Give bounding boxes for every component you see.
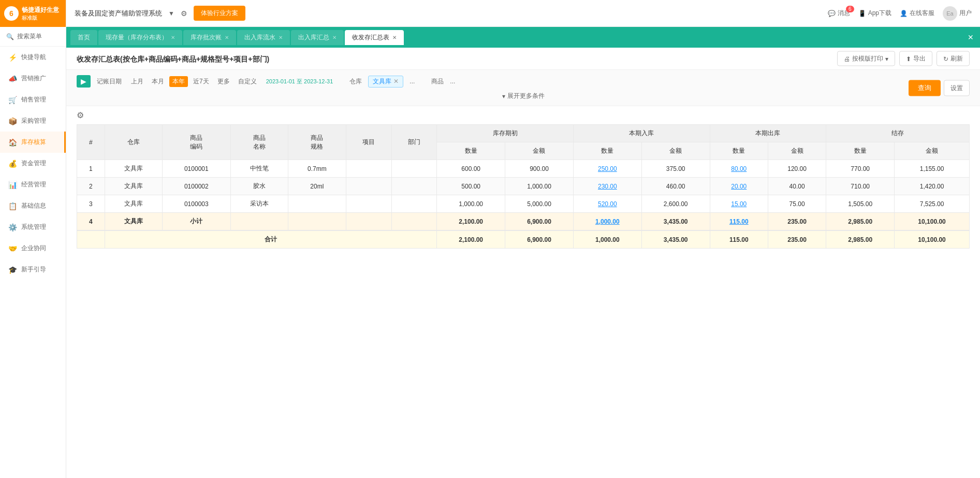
- app-download-action[interactable]: 📱 App下载: [858, 9, 891, 18]
- service-icon: 👤: [900, 10, 908, 17]
- tab-in-out-flow-label: 出入库流水: [244, 33, 275, 42]
- row2-out-qty[interactable]: 20.00: [710, 178, 768, 195]
- th-group-out: 本期出库: [710, 125, 826, 142]
- row2-warehouse: 文具库: [105, 178, 162, 195]
- total-empty1: [77, 230, 105, 249]
- tabs-close-all-icon[interactable]: ✕: [968, 33, 974, 41]
- th-group-opening: 库存期初: [437, 125, 574, 142]
- subtotal-out-qty[interactable]: 115.00: [710, 213, 768, 231]
- sidebar-item-finance[interactable]: 💰 资金管理: [0, 153, 66, 174]
- tab-batch-close[interactable]: ✕: [225, 35, 229, 40]
- tab-recv-send-close[interactable]: ✕: [392, 35, 397, 40]
- table-main-header: # 仓库 商品编码 商品名称 商品规格 项目 部门 库存期初 本期入库 本期出库…: [77, 125, 970, 142]
- date-btn-more[interactable]: 更多: [214, 76, 233, 87]
- goods-ellipsis[interactable]: ...: [450, 78, 455, 85]
- export-button[interactable]: ⬆ 导出: [899, 51, 932, 66]
- row3-closing-qty: 1,505.00: [826, 195, 895, 213]
- total-opening-amt: 6,900.00: [505, 230, 574, 249]
- tab-batch[interactable]: 库存批次账 ✕: [183, 30, 236, 45]
- th-opening-amt: 金额: [505, 142, 574, 160]
- expand-down-icon: ▾: [502, 93, 505, 100]
- row3-goods-spec: [288, 195, 346, 213]
- tab-recv-send-summary[interactable]: 收发存汇总表 ✕: [345, 30, 404, 45]
- row1-opening-qty: 600.00: [437, 160, 505, 178]
- print-dropdown-icon: ▾: [885, 55, 888, 62]
- row2-goods-name: 胶水: [230, 178, 288, 195]
- table-footer: 合计 2,100.00 6,900.00 1,000.00 3,435.00 1…: [77, 230, 970, 249]
- row2-goods-spec: 20ml: [288, 178, 346, 195]
- subtotal-warehouse: 文具库: [105, 213, 162, 231]
- sidebar-search-item[interactable]: 🔍 搜索菜单: [0, 27, 66, 47]
- print-button[interactable]: 🖨 按模版打印 ▾: [837, 51, 895, 66]
- sidebar-item-system[interactable]: ⚙️ 系统管理: [0, 216, 66, 238]
- expand-more-btn[interactable]: ▾ 展开更多条件: [502, 92, 545, 100]
- marketing-icon: 📣: [8, 75, 17, 83]
- sidebar-item-inventory[interactable]: 🏠 库存核算: [0, 132, 66, 153]
- date-btn-custom[interactable]: 自定义: [235, 76, 260, 87]
- row1-in-amt: 375.00: [641, 160, 710, 178]
- warehouse-tag-remove[interactable]: ✕: [393, 78, 399, 85]
- warehouse-ellipsis[interactable]: ...: [409, 78, 415, 85]
- table-col-settings-icon[interactable]: ⚙: [77, 110, 84, 120]
- row3-in-qty[interactable]: 520.00: [573, 195, 641, 213]
- tab-home[interactable]: 首页: [70, 30, 97, 45]
- tab-stock-dist-close[interactable]: ✕: [171, 35, 175, 40]
- row3-goods-code: 0100003: [162, 195, 230, 213]
- tab-in-out-summary-close[interactable]: ✕: [332, 35, 337, 40]
- settings-gear-icon[interactable]: ⚙: [181, 9, 187, 18]
- tab-in-out-flow-close[interactable]: ✕: [279, 35, 283, 40]
- th-project: 项目: [346, 125, 392, 160]
- sidebar-item-basic-info[interactable]: 📋 基础信息: [0, 195, 66, 216]
- row1-department: [391, 160, 437, 178]
- date-btn-this-month[interactable]: 本月: [149, 76, 167, 87]
- row3-opening-amt: 5,000.00: [505, 195, 574, 213]
- online-service-action[interactable]: 👤 在线客服: [900, 9, 934, 18]
- sidebar-item-operation[interactable]: 📊 经营管理: [0, 174, 66, 195]
- tab-in-out-flow[interactable]: 出入库流水 ✕: [237, 30, 290, 45]
- print-label: 按模版打印: [852, 54, 883, 63]
- sidebar-item-sales[interactable]: 🛒 销售管理: [0, 89, 66, 110]
- tab-stock-dist[interactable]: 现存量（库存分布表） ✕: [98, 30, 182, 45]
- search-icon: 🔍: [6, 33, 14, 40]
- query-button[interactable]: 查询: [909, 80, 941, 96]
- messages-action[interactable]: 💬 消息 6: [828, 9, 850, 18]
- row1-out-qty[interactable]: 80.00: [710, 160, 768, 178]
- user-action[interactable]: Ea 用户: [943, 6, 972, 21]
- subtotal-department: [391, 213, 437, 231]
- expand-more-label: 展开更多条件: [507, 92, 545, 100]
- tab-in-out-summary[interactable]: 出入库汇总 ✕: [291, 30, 344, 45]
- th-out-qty: 数量: [710, 142, 768, 160]
- refresh-label: 刷新: [950, 54, 963, 63]
- refresh-icon: ↻: [943, 55, 948, 62]
- export-icon: ⬆: [906, 55, 911, 62]
- th-goods-code: 商品编码: [162, 125, 230, 160]
- trial-button[interactable]: 体验行业方案: [194, 6, 245, 21]
- sidebar-quick-nav-label: 快捷导航: [21, 53, 46, 62]
- settings-button[interactable]: 设置: [944, 80, 970, 96]
- sidebar-item-quick-nav[interactable]: ⚡ 快捷导航: [0, 47, 66, 68]
- sidebar-item-purchase[interactable]: 📦 采购管理: [0, 110, 66, 132]
- row2-out-amt: 40.00: [768, 178, 826, 195]
- date-btn-7days[interactable]: 近7天: [190, 76, 212, 87]
- sidebar-item-corp[interactable]: 🤝 企业协同: [0, 238, 66, 259]
- subtotal-in-qty[interactable]: 1,000.00: [573, 213, 641, 231]
- row2-closing-amt: 1,420.00: [895, 178, 970, 195]
- row1-goods-spec: 0.7mm: [288, 160, 346, 178]
- sidebar-item-marketing[interactable]: 📣 营销推广: [0, 68, 66, 89]
- warehouse-tag[interactable]: 文具库 ✕: [368, 76, 403, 88]
- row1-in-qty[interactable]: 250.00: [573, 160, 641, 178]
- row3-out-qty[interactable]: 15.00: [710, 195, 768, 213]
- logo-title: 畅捷通好生意: [22, 6, 59, 15]
- subtotal-closing-amt: 10,100.00: [895, 213, 970, 231]
- user-label: 用户: [959, 9, 972, 18]
- refresh-button[interactable]: ↻ 刷新: [937, 51, 970, 66]
- system-dropdown[interactable]: ▼: [168, 10, 174, 17]
- date-btn-last-month[interactable]: 上月: [128, 76, 147, 87]
- sidebar-basic-info-label: 基础信息: [21, 201, 46, 210]
- sidebar-item-guide[interactable]: 🎓 新手引导: [0, 259, 66, 280]
- row2-department: [391, 178, 437, 195]
- date-btn-this-year[interactable]: 本年: [169, 76, 188, 87]
- row3-closing-amt: 7,525.00: [895, 195, 970, 213]
- row2-in-qty[interactable]: 230.00: [573, 178, 641, 195]
- filter-expand-arrow[interactable]: ▶: [77, 75, 91, 88]
